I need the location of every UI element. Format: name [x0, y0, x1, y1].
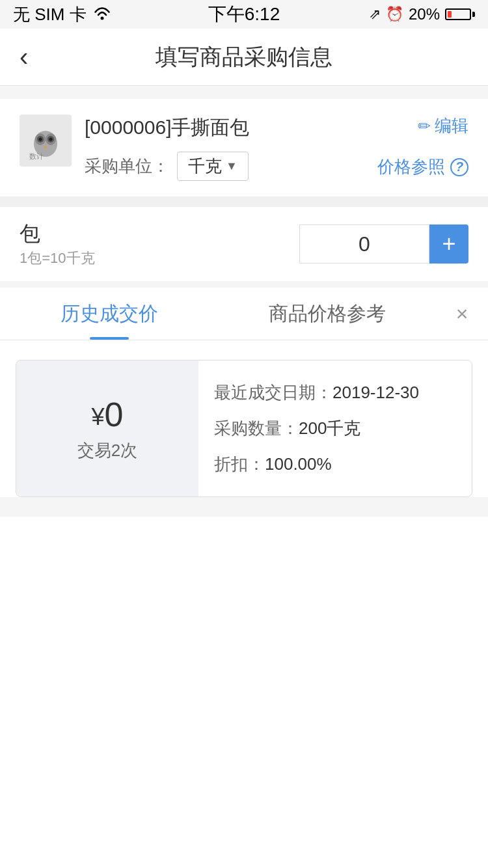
svg-point-6 — [39, 138, 42, 141]
wifi-icon — [93, 5, 111, 25]
unit-select[interactable]: 千克 ▼ — [177, 152, 249, 181]
purchase-qty-label: 采购数量： — [214, 418, 299, 438]
location-icon: ⇗ — [369, 6, 381, 23]
quantity-label-group: 包 1包=10千克 — [20, 220, 95, 268]
discount-label: 折扣： — [214, 454, 265, 474]
panel-close-button[interactable]: × — [436, 288, 488, 340]
plus-icon: + — [442, 230, 455, 258]
quantity-input-group: 0 + — [299, 224, 468, 264]
discount-row: 折扣：100.00% — [214, 452, 456, 477]
quantity-value: 0 — [359, 232, 370, 256]
product-thumbnail: 数计 — [20, 115, 72, 167]
currency-symbol: ¥ — [92, 403, 105, 430]
unit-dropdown-icon: ▼ — [226, 159, 237, 173]
transaction-count: 交易2次 — [77, 439, 137, 462]
recent-date-value: 2019-12-30 — [332, 383, 419, 402]
tabs-row: 历史成交价 商品价格参考 × — [0, 288, 488, 340]
recent-date-row: 最近成交日期：2019-12-30 — [214, 380, 456, 405]
product-name: [0000006]手撕面包 — [85, 115, 249, 141]
page-title: 填写商品采购信息 — [156, 42, 332, 72]
tab-history-label: 历史成交价 — [61, 301, 158, 327]
sim-label: 无 SIM 卡 — [13, 3, 87, 26]
quantity-conversion: 1包=10千克 — [20, 249, 95, 268]
quantity-input[interactable]: 0 — [299, 224, 429, 264]
product-header: 数计 [0000006]手撕面包 采购单位： 千克 ▼ ✏ 编辑 — [20, 115, 468, 181]
product-card: 数计 [0000006]手撕面包 采购单位： 千克 ▼ ✏ 编辑 — [0, 99, 488, 197]
svg-point-0 — [100, 16, 103, 20]
svg-text:数计: 数计 — [29, 152, 44, 160]
product-logo: 数计 — [26, 121, 65, 160]
product-info: [0000006]手撕面包 采购单位： 千克 ▼ — [85, 115, 249, 181]
quantity-unit: 包 — [20, 220, 95, 249]
discount-value: 100.00% — [265, 454, 332, 474]
recent-date-label: 最近成交日期： — [214, 383, 332, 402]
status-time: 下午6:12 — [208, 2, 280, 27]
status-bar: 无 SIM 卡 下午6:12 ⇗ ⏰ 20% — [0, 0, 488, 29]
quantity-plus-button[interactable]: + — [429, 224, 468, 264]
quantity-row: 包 1包=10千克 0 + — [0, 207, 488, 281]
status-left: 无 SIM 卡 — [13, 3, 111, 26]
unit-label: 采购单位： — [85, 155, 169, 178]
tab-history-price[interactable]: 历史成交价 — [0, 288, 218, 340]
price-value: 0 — [105, 396, 124, 433]
battery-icon — [445, 8, 475, 20]
product-unit-row: 采购单位： 千克 ▼ — [85, 152, 249, 181]
back-button[interactable]: ‹ — [20, 42, 59, 72]
price-ref-button[interactable]: 价格参照 — [377, 156, 445, 178]
price-ref-row: 价格参照 ? — [377, 156, 468, 178]
edit-icon: ✏ — [418, 117, 431, 135]
product-left: 数计 [0000006]手撕面包 采购单位： 千克 ▼ — [20, 115, 249, 181]
price-card-right: 最近成交日期：2019-12-30 采购数量：200千克 折扣：100.00% — [198, 360, 472, 496]
purchase-qty-value: 200千克 — [299, 418, 360, 438]
status-right: ⇗ ⏰ 20% — [369, 5, 475, 23]
edit-button[interactable]: ✏ 编辑 — [418, 115, 468, 137]
tab-price-ref-label: 商品价格参考 — [269, 301, 386, 327]
empty-content-area — [0, 517, 488, 868]
price-amount: ¥0 — [92, 395, 124, 434]
alarm-icon: ⏰ — [386, 6, 403, 23]
close-icon: × — [456, 302, 468, 326]
tab-active-indicator — [90, 337, 129, 340]
unit-value: 千克 — [188, 155, 222, 178]
bottom-panel: 历史成交价 商品价格参考 × ¥0 交易2次 最近成交日期：2019-12-30… — [0, 288, 488, 497]
tab-price-reference[interactable]: 商品价格参考 — [218, 288, 436, 340]
battery-percent: 20% — [409, 5, 440, 23]
price-card-left: ¥0 交易2次 — [16, 360, 198, 496]
price-ref-help-icon[interactable]: ? — [450, 158, 468, 176]
nav-bar: ‹ 填写商品采购信息 — [0, 29, 488, 86]
edit-label: 编辑 — [435, 115, 468, 137]
price-card: ¥0 交易2次 最近成交日期：2019-12-30 采购数量：200千克 折扣：… — [16, 360, 472, 497]
section-divider — [0, 197, 488, 207]
svg-point-7 — [49, 138, 53, 141]
purchase-qty-row: 采购数量：200千克 — [214, 416, 456, 441]
